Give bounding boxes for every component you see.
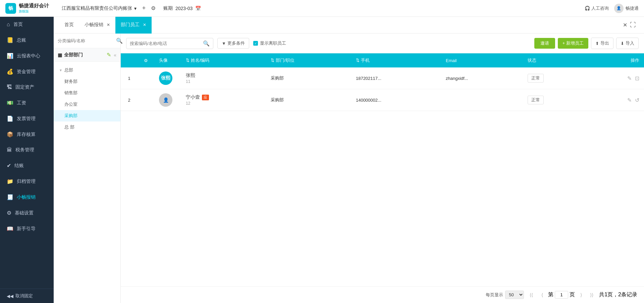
sidebar-item-basic-settings[interactable]: ⚙ 基础设置 [0,205,54,221]
assets-icon: 🏗 [7,84,12,90]
avatar-gray: 👤 [159,93,172,107]
dept-search-input[interactable] [58,38,114,43]
emp-code: 12 [186,101,261,106]
sidebar-item-close-account[interactable]: ✔ 结账 [0,158,54,173]
grid-icon: ▦ [58,52,62,58]
import-button[interactable]: ⬇ 导入 [616,38,639,49]
reports-icon: 📊 [7,53,13,59]
sidebar-item-guide[interactable]: 📖 新手引导 [0,221,54,237]
period-value[interactable]: 2023-03 [175,6,193,11]
col-name[interactable]: ⇅ 姓名/编码 [181,53,266,67]
dept-label: 财务部 [64,79,77,85]
sidebar-item-expense[interactable]: 🧾 小畅报销 [0,189,54,205]
employee-search-icon[interactable]: 🔍 [203,40,210,47]
dept-edit-icon[interactable]: ✎ [107,52,111,58]
row-settings [138,67,154,89]
guide-icon: 📖 [7,225,13,232]
user-area[interactable]: 👤 畅捷通 [614,4,639,13]
main-layout: ⌂ 首页 📒 总账 📊 云报表中心 💰 资金管理 🏗 固定资产 💵 工资 📄 发… [0,17,644,303]
sidebar-item-archive[interactable]: 📁 归档管理 [0,173,54,189]
sidebar: ⌂ 首页 📒 总账 📊 云报表中心 💰 资金管理 🏗 固定资产 💵 工资 📄 发… [0,17,54,303]
last-page-button[interactable]: ⟩⟩ [587,290,596,300]
name-row: 宁小壹 应 [186,94,261,100]
sidebar-item-salary[interactable]: 💵 工资 [0,95,54,111]
dept-item-finance[interactable]: 财务部 [54,76,120,87]
logo-icon: 畅 [5,3,16,14]
edit-icon[interactable]: ✎ [627,75,632,82]
sidebar-item-tax[interactable]: 🏛 税务管理 [0,142,54,158]
invite-button[interactable]: 邀请 [534,38,555,49]
dept-collapse-icon[interactable]: « [114,52,116,58]
dept-item-purchasing[interactable]: 采购部 [54,110,120,121]
tab-employees[interactable]: 部门员工 ✕ [115,17,152,34]
sidebar-item-general-ledger[interactable]: 📒 总账 [0,32,54,48]
col-settings[interactable]: ⚙ [138,53,154,67]
add-employee-button[interactable]: + 新增员工 [558,38,588,49]
dept-item-office[interactable]: 办公室 [54,99,120,110]
per-page-select[interactable]: 50 100 200 [505,291,524,299]
close-window-btn[interactable]: ✕ [623,22,627,28]
sidebar-cancel-pin[interactable]: ◀◀ 取消固定 [0,289,54,303]
company-name: 江西服宝精品有限责任公司内账张 [62,5,132,11]
next-page-button[interactable]: ⟩ [576,290,586,300]
first-page-button[interactable]: ⟨⟨ [527,290,536,300]
invoice-icon: 📄 [7,115,13,122]
collapse-triangle: ▼ [59,68,62,72]
tab-expense-close[interactable]: ✕ [107,22,110,27]
all-dept-label: ▦ 全部部门 [58,52,83,58]
dept-item-zongbu[interactable]: 总 部 [54,121,120,133]
add-button[interactable]: + [139,4,149,13]
prev-page-button[interactable]: ⟨ [537,290,547,300]
show-resigned-toggle[interactable]: 显示离职员工 [253,40,286,46]
name-code-block: 张熙 11 [186,72,261,84]
sidebar-item-invoice[interactable]: 📄 发票管理 [0,111,54,127]
sidebar-item-label: 总账 [17,37,26,43]
row-dept: 采购部 [266,89,351,111]
period-area: 账期 2023-03 📅 [163,5,201,11]
refresh-icon[interactable]: ↺ [635,97,639,103]
sort-icon: ⇅ [356,58,360,63]
sidebar-item-assets[interactable]: 🏗 固定资产 [0,80,54,95]
app-sub: 旗舰版 [19,9,49,14]
row-avatar: 👤 [154,89,181,111]
row-phone: 187202117... [351,67,441,89]
tax-icon: 🏛 [7,147,12,153]
dept-label: 总 部 [64,124,74,130]
service-button[interactable]: 🎧 人工咨询 [585,5,609,11]
logout-icon[interactable]: ⊡ [635,75,639,82]
table-row: 2 👤 宁小壹 应 [121,89,644,111]
page-number-input[interactable] [555,291,568,299]
right-panel: 🔍 ▼ 更多条件 显示离职员工 邀请 + 新增员工 ⬆ [121,34,644,303]
col-phone[interactable]: ⇅ 手机 [351,53,441,67]
tab-expense-label: 小畅报销 [85,22,103,28]
sidebar-item-label: 新手引导 [17,226,36,232]
company-selector[interactable]: 江西服宝精品有限责任公司内账张 ▾ [59,4,139,13]
sidebar-item-inventory[interactable]: 📦 库存核算 [0,127,54,142]
dept-label: 办公室 [64,101,77,107]
tab-employees-close[interactable]: ✕ [143,22,146,27]
calendar-icon[interactable]: 📅 [195,6,201,11]
tab-expense[interactable]: 小畅报销 ✕ [79,17,115,34]
fullscreen-btn[interactable]: ⛶ [630,21,636,29]
row-name-code: 张熙 11 [181,67,266,89]
content-area: 首页 小畅报销 ✕ 部门员工 ✕ ✕ ⛶ 🔍 [54,17,644,303]
row-phone: 140000002... [351,89,441,111]
sidebar-item-label: 云报表中心 [17,53,40,59]
tab-home[interactable]: 首页 [59,17,79,34]
sidebar-item-label: 归档管理 [17,179,36,185]
settings-button[interactable]: ⚙ [149,4,158,13]
more-filter-button[interactable]: ▼ 更多条件 [217,38,249,49]
sidebar-item-home[interactable]: ⌂ 首页 [0,17,54,32]
edit-icon[interactable]: ✎ [627,97,632,103]
sidebar-item-reports[interactable]: 📊 云报表中心 [0,48,54,64]
dept-item-zongbu-parent[interactable]: ▼ 总部 [54,64,120,76]
dept-item-sales[interactable]: 销售部 [54,87,120,99]
import-icon: ⬇ [621,41,624,46]
col-dept[interactable]: ⇅ 部门/职位 [266,53,351,67]
inventory-icon: 📦 [7,131,13,138]
export-button[interactable]: ⬆ 导出 [591,38,613,49]
employee-search-input[interactable] [130,41,201,46]
dropdown-icon: ▾ [134,6,137,11]
sidebar-item-finance[interactable]: 💰 资金管理 [0,64,54,80]
table-row: 1 张熙 张熙 11 [121,67,644,89]
